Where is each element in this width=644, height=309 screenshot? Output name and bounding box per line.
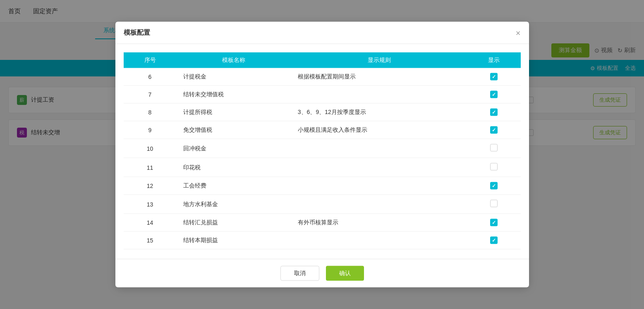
- table-row: 6计提税金根据模板配置期间显示: [124, 68, 521, 86]
- cell-check-5[interactable]: [467, 158, 520, 177]
- cell-check-1[interactable]: [467, 86, 520, 103]
- table-body: 6计提税金根据模板配置期间显示7结转未交增值税8计提所得税3、6、9、12月按季…: [124, 68, 521, 251]
- modal-header: 模板配置 ×: [115, 22, 529, 44]
- table-row: 10回冲税金: [124, 139, 521, 158]
- cell-name-7: 地方水利基金: [177, 195, 291, 214]
- checkbox-checked-6[interactable]: [490, 182, 498, 190]
- cell-rule-6: [291, 177, 468, 195]
- cell-check-7[interactable]: [467, 195, 520, 214]
- modal-body: 序号 模板名称 显示规则 显示 6计提税金根据模板配置期间显示7结转未交增值税8…: [115, 44, 529, 259]
- checkbox-checked-3[interactable]: [490, 126, 498, 134]
- cell-seq-9: 15: [124, 231, 177, 249]
- table-scroll[interactable]: 序号 模板名称 显示规则 显示 6计提税金根据模板配置期间显示7结转未交增值税8…: [124, 52, 521, 251]
- confirm-button[interactable]: 确认: [326, 266, 364, 281]
- cell-name-6: 工会经费: [177, 177, 291, 195]
- cell-check-0[interactable]: [467, 68, 520, 86]
- cell-rule-10: 12月份显示: [291, 249, 468, 251]
- cell-name-0: 计提税金: [177, 68, 291, 86]
- modal-close-button[interactable]: ×: [516, 29, 521, 37]
- col-header-rule: 显示规则: [291, 52, 468, 68]
- cell-seq-5: 11: [124, 158, 177, 177]
- cell-seq-8: 14: [124, 214, 177, 231]
- checkbox-checked-8[interactable]: [490, 219, 498, 226]
- table-row: 16结转未分配利润12月份显示: [124, 249, 521, 251]
- cell-seq-10: 16: [124, 249, 177, 251]
- checkbox-checked-1[interactable]: [490, 91, 498, 98]
- cell-name-10: 结转未分配利润: [177, 249, 291, 251]
- cell-check-6[interactable]: [467, 177, 520, 195]
- table-header: 序号 模板名称 显示规则 显示: [124, 52, 521, 68]
- config-table: 序号 模板名称 显示规则 显示 6计提税金根据模板配置期间显示7结转未交增值税8…: [124, 52, 521, 251]
- table-row: 8计提所得税3、6、9、12月按季度显示: [124, 103, 521, 121]
- cell-check-2[interactable]: [467, 103, 520, 121]
- cell-seq-3: 9: [124, 121, 177, 139]
- cell-seq-7: 13: [124, 195, 177, 214]
- cell-check-4[interactable]: [467, 139, 520, 158]
- cell-rule-0: 根据模板配置期间显示: [291, 68, 468, 86]
- cell-seq-4: 10: [124, 139, 177, 158]
- cell-seq-1: 7: [124, 86, 177, 103]
- cell-name-3: 免交增值税: [177, 121, 291, 139]
- checkbox-checked-9[interactable]: [490, 237, 498, 244]
- cell-check-8[interactable]: [467, 214, 520, 231]
- checkbox-checked-0[interactable]: [490, 73, 498, 81]
- cell-name-9: 结转本期损益: [177, 231, 291, 249]
- table-row: 13地方水利基金: [124, 195, 521, 214]
- cell-name-5: 印花税: [177, 158, 291, 177]
- col-header-name: 模板名称: [177, 52, 291, 68]
- cell-name-1: 结转未交增值税: [177, 86, 291, 103]
- cell-rule-9: [291, 231, 468, 249]
- cell-rule-1: [291, 86, 468, 103]
- col-header-seq: 序号: [124, 52, 177, 68]
- checkbox-checked-2[interactable]: [490, 109, 498, 116]
- modal-template-config: 模板配置 × 序号 模板名称 显示规则 显示 6计提税金根据模板配置期间显示7结…: [115, 22, 529, 288]
- cell-seq-6: 12: [124, 177, 177, 195]
- checkbox-unchecked-7[interactable]: [490, 200, 498, 207]
- cell-rule-2: 3、6、9、12月按季度显示: [291, 103, 468, 121]
- table-row: 14结转汇兑损益有外币核算显示: [124, 214, 521, 231]
- cell-check-3[interactable]: [467, 121, 520, 139]
- table-row: 7结转未交增值税: [124, 86, 521, 103]
- cell-seq-2: 8: [124, 103, 177, 121]
- cell-name-4: 回冲税金: [177, 139, 291, 158]
- cell-rule-8: 有外币核算显示: [291, 214, 468, 231]
- checkbox-unchecked-5[interactable]: [490, 163, 498, 171]
- cell-seq-0: 6: [124, 68, 177, 86]
- col-header-display: 显示: [467, 52, 520, 68]
- cell-rule-5: [291, 158, 468, 177]
- table-header-row: 序号 模板名称 显示规则 显示: [124, 52, 521, 68]
- modal-footer: 取消 确认: [115, 259, 529, 288]
- cell-rule-3: 小规模且满足收入条件显示: [291, 121, 468, 139]
- cell-name-2: 计提所得税: [177, 103, 291, 121]
- table-row: 9免交增值税小规模且满足收入条件显示: [124, 121, 521, 139]
- checkbox-unchecked-4[interactable]: [490, 144, 498, 152]
- cell-rule-7: [291, 195, 468, 214]
- table-row: 12工会经费: [124, 177, 521, 195]
- cell-rule-4: [291, 139, 468, 158]
- table-row: 15结转本期损益: [124, 231, 521, 249]
- cell-check-9[interactable]: [467, 231, 520, 249]
- modal-title: 模板配置: [124, 29, 150, 37]
- cancel-button[interactable]: 取消: [280, 266, 319, 281]
- table-row: 11印花税: [124, 158, 521, 177]
- cell-name-8: 结转汇兑损益: [177, 214, 291, 231]
- cell-check-10[interactable]: [467, 249, 520, 251]
